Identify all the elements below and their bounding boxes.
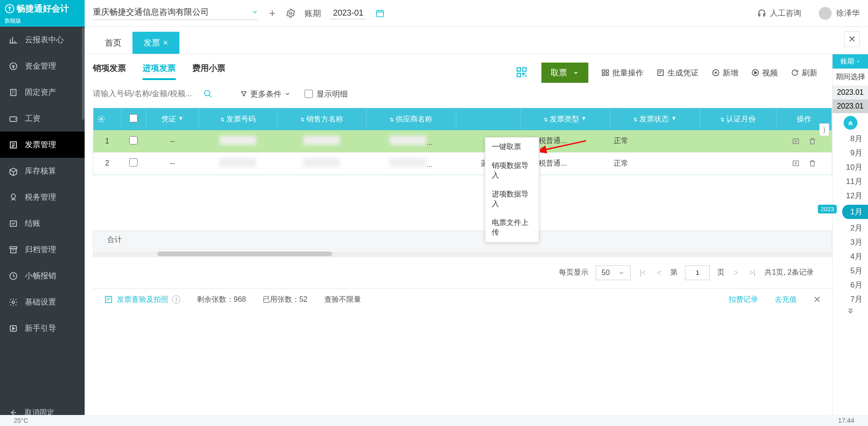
dropdown-item-onekey[interactable]: 一键取票 — [485, 138, 539, 156]
rail-month[interactable]: 4月 — [851, 251, 862, 262]
th-seller[interactable]: ⇅销售方名称 — [277, 108, 366, 130]
more-conditions[interactable]: 更多条件 — [240, 89, 291, 99]
rail-month[interactable]: 10月 — [846, 162, 862, 173]
table-row[interactable]: 1 -- ... 增值税普通... 正常 — [93, 130, 832, 152]
rail-collapse[interactable]: ⟩ — [819, 123, 829, 136]
user-menu[interactable]: 徐泽华 — [819, 7, 860, 20]
sidebar-item-expense[interactable]: 小畅报销 — [0, 263, 85, 289]
content: 销项发票 进项发票 费用小票 取票 批量操作 生成凭证 新增 视频 刷新 — [85, 54, 868, 426]
row-checkbox[interactable] — [129, 136, 138, 144]
th-settings[interactable] — [93, 108, 121, 130]
th-checkbox[interactable] — [121, 108, 146, 130]
checkbox-input[interactable] — [305, 90, 313, 98]
scroll-top-icon[interactable] — [844, 116, 857, 130]
th-voucher[interactable]: 凭证 — [146, 108, 199, 130]
settings-icon[interactable] — [286, 9, 295, 18]
recharge-link[interactable]: 去充值 — [775, 295, 797, 305]
close-all-tabs[interactable]: ✕ — [844, 31, 860, 47]
get-invoice-button[interactable]: 取票 — [541, 63, 588, 83]
rail-month[interactable]: 8月 — [851, 133, 862, 144]
calendar-icon[interactable] — [375, 9, 385, 18]
sidebar-item-salary[interactable]: 工资 — [0, 105, 85, 132]
os-taskbar: 25°C 17:44 — [0, 415, 868, 426]
sidebar-item-inventory[interactable]: 库存核算 — [0, 158, 85, 184]
search-icon[interactable] — [203, 89, 213, 98]
table-row[interactable]: 2 -- ... 蓝票 增值税普通... 正常 — [93, 152, 832, 174]
scroll-down-icon[interactable] — [847, 307, 854, 315]
refresh[interactable]: 刷新 — [791, 68, 817, 78]
tab-close-icon[interactable]: ✕ — [163, 39, 168, 46]
page-last[interactable]: >| — [747, 269, 758, 277]
rail-year-selected[interactable]: 2023.01 — [833, 99, 868, 113]
chevron-down-icon — [573, 69, 579, 76]
video-help[interactable]: 视频 — [751, 68, 778, 78]
cell-status: 正常 — [610, 130, 700, 152]
period-value[interactable]: 2023-01 — [330, 7, 366, 19]
th-status[interactable]: ⇅发票状态 — [610, 108, 700, 130]
th-supplier[interactable]: ⇅供应商名称 — [367, 108, 456, 130]
rail-month[interactable]: 11月 — [846, 176, 862, 187]
close-icon[interactable]: ✕ — [813, 294, 821, 305]
dropdown-item-einvoice-upload[interactable]: 电票文件上传 — [485, 213, 539, 242]
consult-link[interactable]: 人工咨询 — [757, 8, 801, 18]
page-first[interactable]: |< — [638, 269, 648, 277]
sidebar-item-closebook[interactable]: 结账 — [0, 210, 85, 236]
view-icon[interactable] — [792, 159, 800, 167]
th-type[interactable]: ⇅发票类型 — [520, 108, 610, 130]
sidebar-item-guide[interactable]: 新手引导 — [0, 315, 85, 341]
tab-invoice[interactable]: 发票✕ — [132, 32, 179, 54]
archive-icon — [8, 245, 18, 255]
rail-month[interactable]: 2月 — [851, 223, 862, 233]
page-prev[interactable]: < — [655, 269, 663, 277]
verify-link[interactable]: 发票查验及拍照i — [104, 295, 180, 305]
tab-home[interactable]: 首页 — [94, 32, 132, 54]
sidebar-item-tax[interactable]: 税务管理 — [0, 184, 85, 210]
dropdown-item-purchase-import[interactable]: 进项数据导入 — [485, 185, 539, 213]
dropdown-item-sales-import[interactable]: 销项数据导入 — [485, 156, 539, 185]
delete-icon[interactable] — [808, 137, 816, 145]
page-next[interactable]: > — [732, 269, 740, 277]
info-icon[interactable]: i — [172, 295, 180, 304]
svg-point-23 — [205, 91, 210, 96]
rail-month[interactable]: 3月 — [851, 237, 862, 248]
sidebar-item-assets[interactable]: 固定资产 — [0, 79, 85, 105]
row-checkbox[interactable] — [129, 158, 138, 167]
sidebar-item-funds[interactable]: 资金管理 — [0, 53, 85, 79]
sidebar-item-archive[interactable]: 归档管理 — [0, 236, 85, 263]
add-invoice[interactable]: 新增 — [712, 68, 738, 78]
rail-month[interactable]: 9月 — [851, 148, 862, 158]
rail-year[interactable]: 2023.01 — [833, 86, 868, 99]
charge-log-link[interactable]: 扣费记录 — [729, 295, 758, 305]
delete-icon[interactable] — [808, 159, 816, 167]
sidebar-item-settings[interactable]: 基础设置 — [0, 289, 85, 315]
show-detail-checkbox[interactable]: 显示明细 — [305, 89, 348, 99]
action-label: 生成凭证 — [667, 68, 699, 78]
scrollbar-thumb[interactable] — [157, 252, 332, 256]
view-icon[interactable] — [792, 137, 800, 145]
subtab-expense[interactable]: 费用小票 — [192, 63, 225, 80]
th-cert-month[interactable]: ⇅认证月份 — [700, 108, 776, 130]
rail-month[interactable]: 7月 — [851, 294, 862, 305]
per-page-select[interactable]: 50 — [596, 265, 631, 280]
qr-icon[interactable] — [516, 66, 529, 79]
horizontal-scrollbar[interactable] — [93, 251, 832, 257]
search-input[interactable] — [93, 86, 203, 101]
company-selector[interactable]: 重庆畅捷交通信息咨询有限公司 — [93, 6, 259, 20]
sidebar-item-reports[interactable]: 云报表中心 — [0, 27, 85, 53]
rail-month[interactable]: 6月 — [851, 280, 862, 290]
sidebar-item-invoice[interactable]: 发票管理 — [0, 132, 85, 158]
select-all-checkbox[interactable] — [129, 114, 138, 122]
add-company-icon[interactable] — [268, 9, 277, 18]
th-invoice-no[interactable]: ⇅发票号码 — [199, 108, 277, 130]
page-input[interactable] — [685, 265, 710, 280]
generate-voucher[interactable]: 生成凭证 — [656, 68, 699, 78]
rail-month[interactable]: 12月 — [846, 190, 862, 201]
cell-redacted — [303, 136, 340, 145]
subtab-purchase[interactable]: 进项发票 — [143, 63, 176, 80]
subtab-sales[interactable]: 销项发票 — [93, 63, 126, 80]
rail-header[interactable]: 账期 — [833, 54, 868, 69]
rail-month[interactable]: 5月 — [851, 265, 862, 276]
rail-month-current[interactable]: 1月 — [842, 205, 868, 219]
batch-action[interactable]: 批量操作 — [601, 68, 644, 78]
sidebar-item-label: 新手引导 — [25, 323, 56, 334]
